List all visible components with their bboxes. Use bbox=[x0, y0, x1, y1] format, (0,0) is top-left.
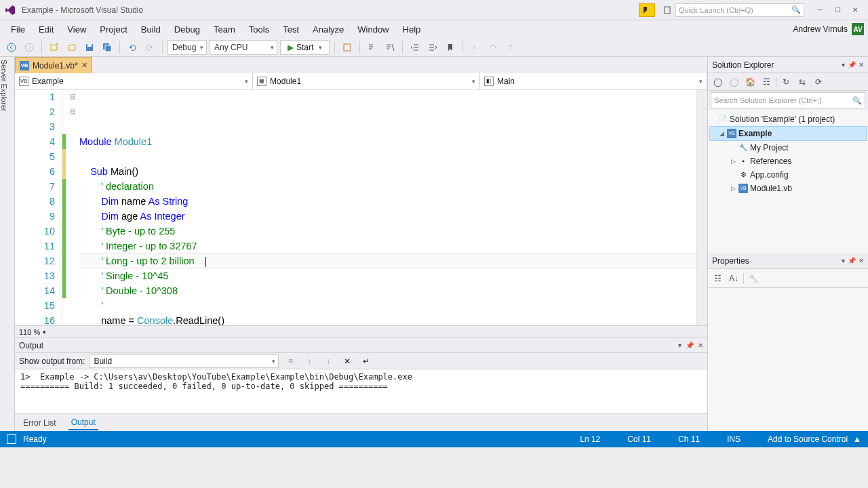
maximize-button[interactable]: ☐ bbox=[830, 4, 845, 16]
menu-tools[interactable]: Tools bbox=[242, 22, 276, 37]
file-tab-module1[interactable]: VB Module1.vb* ✕ bbox=[15, 57, 92, 73]
tree-solution[interactable]: 📄Solution 'Example' (1 project) bbox=[709, 113, 867, 126]
browser-link-button[interactable] bbox=[340, 40, 355, 55]
se-close-icon[interactable]: ✕ bbox=[859, 61, 864, 68]
start-button[interactable]: ▶Start▾ bbox=[280, 40, 330, 55]
output-goto-button[interactable]: ≡ bbox=[283, 354, 298, 369]
vertical-scrollbar[interactable] bbox=[696, 89, 707, 325]
output-next-button[interactable]: ↓ bbox=[321, 354, 336, 369]
decrease-indent-button[interactable] bbox=[408, 40, 422, 55]
menu-project[interactable]: Project bbox=[93, 22, 134, 37]
undo-button[interactable] bbox=[125, 40, 140, 55]
output-content[interactable]: 1> Example -> C:\Users\av\Desktop\YouTub… bbox=[15, 369, 707, 413]
se-back-button[interactable]: ◯ bbox=[727, 75, 741, 89]
se-home-button[interactable]: ◯ bbox=[711, 75, 724, 89]
nav-forward-button[interactable] bbox=[22, 40, 37, 55]
user-name[interactable]: Andrew Virnuls bbox=[793, 24, 848, 34]
solution-tree[interactable]: 📄Solution 'Example' (1 project) ◢VBExamp… bbox=[708, 110, 868, 253]
step-out-button[interactable] bbox=[503, 40, 518, 55]
tab-output[interactable]: Output bbox=[68, 415, 98, 430]
server-explorer-tab[interactable]: Server Explorer bbox=[0, 57, 15, 431]
search-icon: 🔍 bbox=[791, 5, 801, 14]
se-dropdown-icon[interactable]: ▾ bbox=[842, 61, 845, 68]
zoom-bar: 110 %▾ bbox=[15, 325, 707, 338]
step-into-button[interactable] bbox=[468, 40, 483, 55]
open-file-button[interactable] bbox=[64, 40, 79, 55]
status-scm[interactable]: Add to Source Control bbox=[768, 434, 848, 444]
nav-scope-dropdown[interactable]: VBExample bbox=[15, 73, 253, 89]
tree-item-appconfig[interactable]: ⚙App.config bbox=[709, 168, 867, 182]
menu-window[interactable]: Window bbox=[351, 22, 395, 37]
step-over-button[interactable] bbox=[486, 40, 500, 55]
tree-item-references[interactable]: ▷▪References bbox=[709, 155, 867, 168]
prop-dropdown-icon[interactable]: ▾ bbox=[842, 257, 845, 264]
status-ins: INS bbox=[727, 434, 741, 444]
menu-build[interactable]: Build bbox=[134, 22, 167, 37]
prop-pin-icon[interactable]: 📌 bbox=[848, 257, 856, 264]
solution-search-input[interactable]: Search Solution Explorer (Ctrl+;) 🔍 bbox=[711, 92, 865, 108]
comment-button[interactable] bbox=[365, 40, 380, 55]
zoom-level[interactable]: 110 % bbox=[19, 328, 40, 336]
menu-team[interactable]: Team bbox=[207, 22, 242, 37]
se-refresh-button[interactable]: ↻ bbox=[779, 75, 793, 89]
save-all-button[interactable] bbox=[100, 40, 115, 55]
menu-debug[interactable]: Debug bbox=[167, 22, 207, 37]
tab-error-list[interactable]: Error List bbox=[20, 416, 59, 430]
tree-item-module1[interactable]: ▷VBModule1.vb bbox=[709, 182, 867, 195]
prop-alpha-button[interactable]: A↓ bbox=[727, 272, 741, 285]
se-sync-button[interactable]: ⟳ bbox=[812, 75, 825, 89]
se-scope-button[interactable]: ☶ bbox=[760, 75, 773, 89]
solution-icon: 📄 bbox=[718, 115, 728, 124]
code-editor[interactable]: 123456789101112131415161718 ⊟⊟ Module Mo… bbox=[15, 89, 707, 325]
search-icon: 🔍 bbox=[852, 96, 862, 105]
menu-file[interactable]: File bbox=[4, 22, 32, 37]
se-pin-icon[interactable]: 📌 bbox=[848, 61, 856, 68]
tree-item-myproject[interactable]: 🔧My Project bbox=[709, 141, 867, 155]
menu-test[interactable]: Test bbox=[276, 22, 306, 37]
feedback-icon[interactable] bbox=[639, 3, 655, 17]
output-header: Output ▾📌✕ bbox=[15, 338, 707, 353]
prop-categorized-button[interactable]: ☷ bbox=[711, 272, 724, 285]
se-collapse-button[interactable]: ⇆ bbox=[795, 75, 809, 89]
menu-view[interactable]: View bbox=[60, 22, 93, 37]
bookmark-button[interactable] bbox=[443, 40, 458, 55]
solution-explorer-header: Solution Explorer ▾📌✕ bbox=[708, 57, 868, 73]
redo-button[interactable] bbox=[142, 40, 157, 55]
notification-icon[interactable] bbox=[662, 5, 673, 16]
output-clear-button[interactable]: ✕ bbox=[340, 354, 355, 369]
menu-help[interactable]: Help bbox=[396, 22, 428, 37]
output-source-dropdown[interactable]: Build bbox=[89, 354, 279, 368]
nav-container-dropdown[interactable]: ▦Module1 bbox=[253, 73, 480, 89]
uncomment-button[interactable] bbox=[382, 40, 397, 55]
scm-arrow-icon[interactable]: ▲ bbox=[853, 434, 861, 444]
close-button[interactable]: ✕ bbox=[848, 4, 863, 16]
module-icon: ▦ bbox=[257, 77, 267, 86]
output-prev-button[interactable]: ↑ bbox=[302, 354, 317, 369]
menu-analyze[interactable]: Analyze bbox=[306, 22, 351, 37]
tree-project[interactable]: ◢VBExample bbox=[709, 126, 867, 141]
fold-column[interactable]: ⊟⊟ bbox=[66, 89, 79, 325]
config-dropdown[interactable]: Debug bbox=[167, 40, 207, 55]
save-button[interactable] bbox=[82, 40, 97, 55]
user-badge[interactable]: AV bbox=[852, 23, 864, 35]
prop-close-icon[interactable]: ✕ bbox=[859, 257, 864, 264]
quick-launch-input[interactable]: Quick Launch (Ctrl+Q) 🔍 bbox=[675, 3, 804, 17]
close-tab-icon[interactable]: ✕ bbox=[81, 61, 87, 70]
increase-indent-button[interactable] bbox=[425, 40, 440, 55]
code-content[interactable]: Module Module1 Sub Main() ' declaration … bbox=[79, 89, 696, 325]
svg-point-3 bbox=[25, 43, 33, 52]
output-close-icon[interactable]: ✕ bbox=[698, 342, 703, 349]
prop-events-button[interactable]: 🔧 bbox=[747, 272, 760, 285]
minimize-button[interactable]: ─ bbox=[812, 4, 827, 16]
menu-edit[interactable]: Edit bbox=[32, 22, 60, 37]
references-icon: ▪ bbox=[738, 157, 748, 166]
nav-back-button[interactable] bbox=[4, 40, 19, 55]
platform-dropdown[interactable]: Any CPU bbox=[210, 40, 277, 55]
nav-member-dropdown[interactable]: ◧Main bbox=[480, 73, 707, 89]
se-home-icon[interactable]: 🏠 bbox=[743, 75, 757, 89]
method-icon: ◧ bbox=[484, 77, 494, 86]
output-pin-icon[interactable]: 📌 bbox=[686, 342, 694, 349]
new-project-button[interactable] bbox=[47, 40, 62, 55]
output-wrap-button[interactable]: ↵ bbox=[359, 354, 374, 369]
output-dropdown-icon[interactable]: ▾ bbox=[678, 342, 682, 349]
